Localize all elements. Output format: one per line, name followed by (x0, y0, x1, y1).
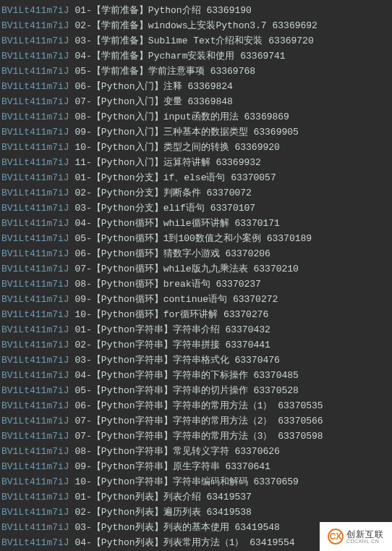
output-line: BV1Lt411m7iJ 10-【Python入门】类型之间的转换 633699… (1, 140, 391, 155)
cid: 63370171 (234, 218, 279, 229)
title: 【Python循环】while循环讲解 (92, 218, 229, 229)
title: 【Python入门】input函数的用法 (92, 112, 239, 122)
cid: 63369692 (272, 20, 317, 31)
title: 【Python字符串】字符串格式化 (92, 355, 229, 366)
title: 【Python入门】三种基本的数据类型 (92, 127, 248, 138)
index: 05- (74, 233, 91, 244)
cid: 63419554 (250, 537, 294, 548)
output-line: BV1Lt411m7iJ 03-【Python分支】elif语句 6337010… (1, 201, 391, 216)
bvid: BV1Lt411m7iJ (1, 233, 69, 244)
index: 04- (74, 218, 91, 229)
index: 01- (74, 324, 91, 335)
bvid: BV1Lt411m7iJ (1, 264, 69, 274)
title: 【Python字符串】原生字符串 (92, 461, 220, 472)
bvid: BV1Lt411m7iJ (1, 203, 69, 214)
bvid: BV1Lt411m7iJ (1, 537, 69, 548)
title: 【Python字符串】字符串的切片操作 (92, 385, 248, 396)
watermark-text-cn: 创新互联 (346, 530, 384, 539)
bvid: BV1Lt411m7iJ (1, 279, 69, 290)
bvid: BV1Lt411m7iJ (1, 188, 69, 198)
title: 【Python字符串】字符串的常用方法（3） (92, 431, 273, 442)
output-line: BV1Lt411m7iJ 01-【Python列表】列表介绍 63419537 (1, 489, 391, 505)
cid: 63370441 (225, 340, 270, 350)
index: 07- (74, 96, 91, 107)
output-line: BV1Lt411m7iJ 04-【Python循环】while循环讲解 6337… (1, 216, 391, 231)
output-line: BV1Lt411m7iJ 02-【Python字符串】字符串拼接 6337044… (1, 337, 391, 353)
watermark-logo-icon: CX (328, 529, 344, 544)
index: 04- (74, 370, 91, 381)
output-line: BV1Lt411m7iJ 09-【Python循环】continue语句 633… (1, 292, 391, 307)
index: 09- (74, 294, 91, 305)
title: 【Python循环】while版九九乘法表 (92, 264, 248, 274)
output-line: BV1Lt411m7iJ 03-【Python字符串】字符串格式化 633704… (1, 353, 391, 368)
output-line: BV1Lt411m7iJ 07-【Python字符串】字符串的常用方法（3） 6… (1, 429, 391, 444)
output-line: BV1Lt411m7iJ 05-【Python字符串】字符串的切片操作 6337… (1, 383, 391, 398)
cid: 63369741 (240, 51, 285, 62)
title: 【Python列表】列表的基本使用 (92, 522, 229, 533)
index: 07- (74, 264, 91, 274)
index: 07- (74, 431, 91, 442)
title: 【Python入门】注释 (92, 81, 182, 92)
cid: 63370107 (210, 203, 255, 214)
title: 【Python字符串】字符串的常用方法（2） (92, 416, 273, 426)
cid: 63370072 (206, 188, 251, 198)
title: 【Python分支】if、else语句 (92, 172, 226, 183)
output-line: BV1Lt411m7iJ 05-【学前准备】学前注意事项 63369768 (1, 64, 391, 79)
title: 【Python字符串】常见转义字符 (92, 446, 229, 457)
index: 08- (74, 446, 91, 457)
cid: 63370206 (225, 248, 270, 259)
bvid: BV1Lt411m7iJ (1, 142, 69, 153)
bvid: BV1Lt411m7iJ (1, 51, 69, 62)
bvid: BV1Lt411m7iJ (1, 370, 69, 381)
bvid: BV1Lt411m7iJ (1, 355, 69, 366)
index: 08- (74, 112, 91, 122)
cid: 63369824 (187, 81, 232, 92)
cid: 63370210 (253, 264, 298, 274)
cid: 63419537 (206, 492, 251, 502)
index: 05- (74, 385, 91, 396)
index: 01- (74, 172, 91, 183)
title: 【Python分支】判断条件 (92, 188, 201, 198)
cid: 63370485 (253, 370, 298, 381)
title: 【Python入门】运算符讲解 (92, 157, 210, 168)
output-line: BV1Lt411m7iJ 07-【Python字符串】字符串的常用方法（2） 6… (1, 413, 391, 429)
index: 11- (74, 157, 91, 168)
title: 【Python循环】1到100数值之和小案例 (92, 233, 261, 244)
bvid: BV1Lt411m7iJ (1, 96, 69, 107)
output-line: BV1Lt411m7iJ 03-【学前准备】Sublime Text介绍和安装 … (1, 33, 391, 49)
bvid: BV1Lt411m7iJ (1, 218, 69, 229)
title: 【Python入门】类型之间的转换 (92, 142, 229, 153)
cid: 63370276 (223, 309, 268, 320)
bvid: BV1Lt411m7iJ (1, 385, 69, 396)
title: 【Python循环】continue语句 (92, 294, 227, 305)
output-line: BV1Lt411m7iJ 01-【学前准备】Python介绍 63369190 (1, 3, 391, 18)
bvid: BV1Lt411m7iJ (1, 248, 69, 259)
output-line: BV1Lt411m7iJ 01-【Python字符串】字符串介绍 6337043… (1, 322, 391, 337)
cid: 63370566 (278, 416, 323, 426)
output-line: BV1Lt411m7iJ 08-【Python字符串】常见转义字符 633706… (1, 444, 391, 459)
cid: 63370432 (225, 324, 270, 335)
bvid: BV1Lt411m7iJ (1, 294, 69, 305)
index: 07- (74, 416, 91, 426)
output-line: BV1Lt411m7iJ 02-【学前准备】windows上安装Python3.… (1, 18, 391, 33)
output-line: BV1Lt411m7iJ 05-【Python循环】1到100数值之和小案例 6… (1, 231, 391, 246)
bvid: BV1Lt411m7iJ (1, 172, 69, 183)
bvid: BV1Lt411m7iJ (1, 5, 69, 16)
output-line: BV1Lt411m7iJ 07-【Python循环】while版九九乘法表 63… (1, 261, 391, 277)
watermark-text-en: CDCXHL.CN (346, 539, 384, 544)
bvid: BV1Lt411m7iJ (1, 522, 69, 533)
cid: 63369720 (268, 35, 313, 46)
cid: 63370476 (234, 355, 279, 366)
cid: 63370237 (216, 279, 260, 290)
watermark-badge: CX 创新互联 CDCXHL.CN (320, 522, 392, 551)
bvid: BV1Lt411m7iJ (1, 66, 69, 77)
index: 02- (74, 340, 91, 350)
title: 【Python循环】猜数字小游戏 (92, 248, 220, 259)
cid: 63370598 (278, 431, 323, 442)
output-line: BV1Lt411m7iJ 04-【学前准备】Pycharm安装和使用 63369… (1, 49, 391, 64)
bvid: BV1Lt411m7iJ (1, 81, 69, 92)
output-line: BV1Lt411m7iJ 08-【Python入门】input函数的用法 633… (1, 109, 391, 125)
bvid: BV1Lt411m7iJ (1, 35, 69, 46)
index: 10- (74, 309, 91, 320)
bvid: BV1Lt411m7iJ (1, 461, 69, 472)
